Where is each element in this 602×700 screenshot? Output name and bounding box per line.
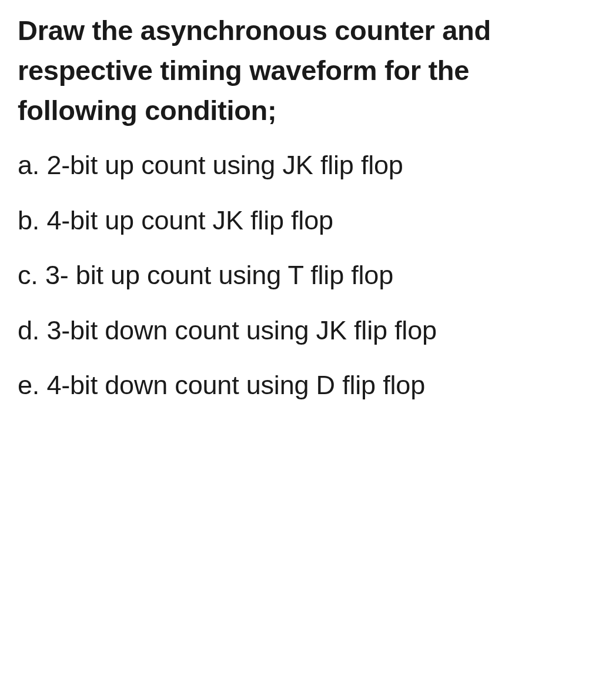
option-c: c. 3- bit up count using T flip flop (18, 258, 584, 293)
option-e: e. 4-bit down count using D flip flop (18, 368, 584, 403)
option-a: a. 2-bit up count using JK flip flop (18, 148, 584, 183)
option-d: d. 3-bit down count using JK flip flop (18, 314, 584, 348)
option-b: b. 4-bit up count JK flip flop (18, 204, 584, 238)
question-title: Draw the asynchronous counter and respec… (18, 11, 584, 131)
